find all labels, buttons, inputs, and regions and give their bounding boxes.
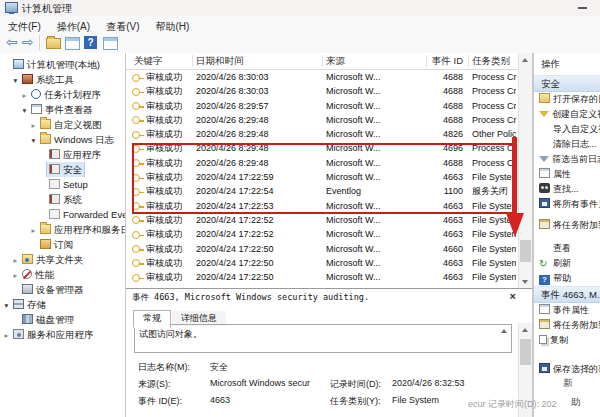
event-row[interactable]: 审核成功2020/4/24 17:22:59Microsoft W...4663… (126, 170, 518, 184)
details-scroll-up-icon[interactable] (519, 323, 532, 336)
tree-node[interactable]: 存储 (11, 297, 48, 312)
tree-node[interactable]: 应用程序和服务日志 (38, 222, 125, 237)
tab-general[interactable]: 常规 (133, 310, 171, 328)
collapsed-chevron-icon[interactable]: ▸ (11, 253, 20, 267)
collapsed-chevron-icon[interactable]: ▸ (11, 268, 20, 282)
action-item[interactable]: ?帮助 (534, 271, 600, 286)
column-header[interactable]: 来源 (326, 55, 345, 68)
event-list-scrollbar[interactable] (518, 53, 532, 288)
event-row[interactable]: 审核成功2020/4/26 8:30:03Microsoft W...4688P… (126, 70, 518, 84)
action-item[interactable]: 将任务附加到此日志... (534, 218, 600, 233)
close-icon[interactable]: × (510, 290, 516, 302)
collapsed-chevron-icon[interactable]: ▸ (20, 88, 29, 102)
tree-node[interactable]: Windows 日志 (38, 132, 116, 147)
help-icon[interactable]: ? (84, 36, 97, 49)
event-row[interactable]: 审核成功2020/4/24 17:22:53Microsoft W...4663… (126, 199, 518, 213)
action-item[interactable]: 复制 (534, 333, 600, 348)
tree-node[interactable]: Setup (47, 177, 90, 192)
column-header[interactable]: 任务类别 (472, 55, 510, 68)
tree-item[interactable]: 设备管理器 (0, 282, 125, 297)
collapsed-chevron-icon[interactable]: ▸ (29, 223, 38, 237)
minimize-button[interactable] (578, 7, 587, 9)
column-header[interactable]: 日期和时间 (196, 55, 244, 68)
action-item[interactable]: 将任务附加到此事件... (534, 318, 600, 333)
column-header[interactable]: 事件 ID (406, 55, 463, 68)
expanded-chevron-icon[interactable]: ▾ (20, 103, 29, 117)
event-row[interactable]: 审核成功2020/4/24 17:22:50Microsoft W...4660… (126, 242, 518, 256)
tree-node[interactable]: 设备管理器 (20, 282, 86, 297)
inner-scroll-up-icon[interactable] (501, 329, 507, 333)
tree-item[interactable]: 计算机管理(本地) (0, 57, 125, 72)
open-folder-icon[interactable] (46, 38, 61, 49)
event-row[interactable]: 审核成功2020/4/24 17:22:52Microsoft W...4663… (126, 213, 518, 227)
tree-node[interactable]: 磁盘管理 (20, 312, 76, 327)
scroll-down-icon[interactable] (519, 275, 532, 288)
action-item[interactable]: 导入自定义视图... (534, 122, 600, 137)
action-item[interactable]: 属性 (534, 167, 600, 182)
tree-item[interactable]: ▸服务和应用程序 (0, 327, 125, 342)
details-scroll-thumb[interactable] (520, 339, 531, 365)
event-row[interactable]: 审核成功2020/4/26 8:29:48Microsoft W...4696P… (126, 141, 518, 155)
action-item[interactable]: 将所有事件另存为... (534, 197, 600, 212)
event-row[interactable]: 审核成功2020/4/24 17:22:52Microsoft W...4663… (126, 227, 518, 241)
collapsed-chevron-icon[interactable]: ▸ (2, 328, 11, 342)
tree-node[interactable]: 安全 (47, 162, 84, 177)
expanded-chevron-icon[interactable]: ▾ (11, 73, 20, 87)
tree-node[interactable]: 系统 (47, 192, 84, 207)
tree-item[interactable]: 应用程序 (0, 147, 125, 162)
collapsed-chevron-icon[interactable]: ▸ (29, 118, 38, 132)
tree-node[interactable]: 任务计划程序 (29, 87, 103, 102)
tree-item[interactable]: ▸共享文件夹 (0, 252, 125, 267)
tree-item[interactable]: ▾存储 (0, 297, 125, 312)
forward-arrow-icon[interactable]: ⇨ (22, 33, 34, 51)
tree-item[interactable]: Setup (0, 177, 125, 192)
action-item[interactable]: 创建自定义视图... (534, 107, 600, 122)
tree-node[interactable]: 计算机管理(本地) (11, 57, 102, 72)
tree-node[interactable]: 性能 (20, 267, 56, 282)
actions-section-header[interactable]: 事件 4663, M... (534, 286, 600, 303)
tree-item[interactable]: ▸应用程序和服务日志 (0, 222, 125, 237)
event-row[interactable]: 审核成功2020/4/26 8:29:48Microsoft W...4826O… (126, 127, 518, 141)
tree-item[interactable]: Forwarded Eve (0, 207, 125, 222)
tree-item[interactable]: ▾Windows 日志 (0, 132, 125, 147)
tree-item[interactable]: ▸任务计划程序 (0, 87, 125, 102)
tree-item[interactable]: ▾系统工具 (0, 72, 125, 87)
tree-node[interactable]: 事件查看器 (29, 102, 95, 117)
expanded-chevron-icon[interactable]: ▾ (29, 133, 38, 147)
scroll-thumb[interactable] (520, 240, 531, 262)
event-row[interactable]: 审核成功2020/4/26 8:30:03Microsoft W...4688P… (126, 84, 518, 98)
scroll-up-icon[interactable] (519, 53, 532, 66)
tree-item[interactable]: ▾事件查看器 (0, 102, 125, 117)
expanded-chevron-icon[interactable]: ▾ (2, 298, 11, 312)
tree-node[interactable]: 自定义视图 (38, 117, 104, 132)
tree-item[interactable]: 订阅 (0, 237, 125, 252)
tree-node[interactable]: 系统工具 (20, 72, 76, 87)
event-row[interactable]: 审核成功2020/4/26 8:29:48Microsoft W...4688P… (126, 113, 518, 127)
tree-item[interactable]: 系统 (0, 192, 125, 207)
action-item[interactable]: 查看 (534, 241, 600, 256)
action-item[interactable]: ↻刷新 (534, 256, 600, 271)
tree-node[interactable]: 应用程序 (47, 147, 103, 162)
back-arrow-icon[interactable]: ⇦ (6, 33, 18, 51)
actions-section-header[interactable]: 安全 (534, 75, 600, 92)
details-description-box[interactable]: 试图访问对象。 (134, 324, 512, 353)
tree-item[interactable]: 磁盘管理 (0, 312, 125, 327)
tree-node[interactable]: Forwarded Eve (47, 207, 125, 222)
event-row[interactable]: 审核成功2020/4/24 17:22:50Microsoft W...4663… (126, 270, 518, 284)
action-item[interactable]: 事件属性 (534, 303, 600, 318)
tree-node[interactable]: 服务和应用程序 (11, 327, 96, 342)
tree-node[interactable]: 共享文件夹 (20, 252, 86, 267)
tree-item[interactable]: ▸自定义视图 (0, 117, 125, 132)
column-header[interactable]: 关键字 (134, 55, 163, 68)
tree-node[interactable]: 订阅 (38, 237, 75, 252)
action-item[interactable]: 保存选择的事件... (534, 362, 600, 377)
action-item[interactable]: 打开保存的日志... (534, 92, 600, 107)
show-action-pane-icon[interactable] (103, 37, 118, 50)
event-row[interactable]: 审核成功2020/4/26 8:29:57Microsoft W...4688P… (126, 99, 518, 113)
console-tree-icon[interactable] (65, 37, 80, 50)
event-row[interactable]: 审核成功2020/4/24 17:22:50Microsoft W...4663… (126, 256, 518, 270)
action-item[interactable]: 筛选当前日志... (534, 152, 600, 167)
tree-item[interactable]: ▸性能 (0, 267, 125, 282)
event-row[interactable]: 审核成功2020/4/24 17:22:54Eventlog1100服务关闭 (126, 184, 518, 198)
event-row[interactable]: 审核成功2020/4/26 8:29:48Microsoft W...4688P… (126, 156, 518, 170)
